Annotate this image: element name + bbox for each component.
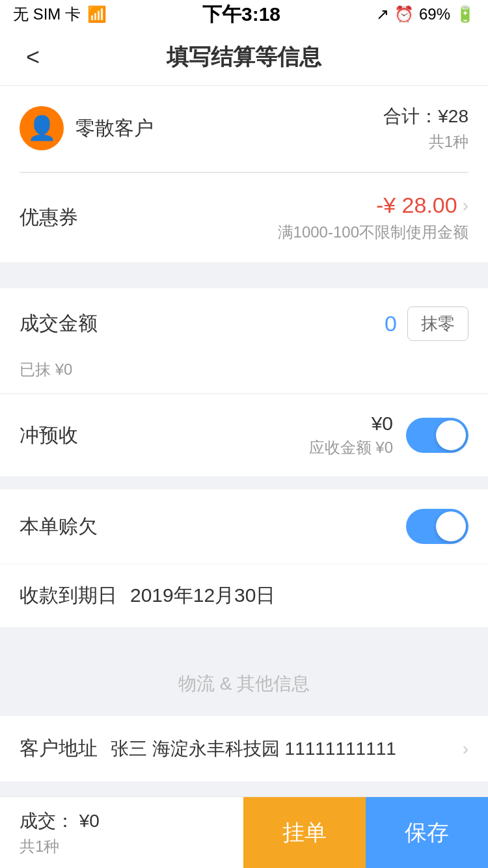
status-left: 无 SIM 卡 📶 (13, 4, 107, 25)
advance-right: ¥0 应收金额 ¥0 (309, 413, 468, 458)
address-chevron-icon: › (463, 739, 468, 759)
due-date-value: 2019年12月30日 (130, 582, 275, 609)
deal-amount-label: 成交金额 (20, 310, 98, 337)
coupon-right: -¥ 28.00 › 满1000-100不限制使用金额 (278, 193, 468, 243)
due-date-row: 收款到期日 2019年12月30日 (0, 563, 488, 627)
round-zero-button[interactable]: 抹零 (407, 306, 468, 341)
pending-button[interactable]: 挂单 (243, 797, 366, 868)
due-date-label: 收款到期日 (20, 582, 117, 609)
status-bar: 无 SIM 卡 📶 下午3:18 ↗ ⏰ 69% 🔋 (0, 0, 488, 29)
gap-2 (0, 476, 488, 489)
advance-label: 冲预收 (20, 422, 78, 449)
coupon-subtext: 满1000-100不限制使用金额 (278, 222, 468, 243)
gap-1 (0, 275, 488, 288)
customer-count: 共1种 (383, 131, 468, 152)
credit-section: 本单赊欠 收款到期日 2019年12月30日 (0, 489, 488, 627)
advance-subtext: 应收金额 ¥0 (309, 437, 393, 458)
credit-toggle[interactable] (406, 509, 468, 544)
customer-row: 👤 零散客户 合计：¥28 共1种 (0, 86, 488, 170)
credit-row: 本单赊欠 (0, 489, 488, 563)
battery-label: 69% (419, 5, 450, 23)
address-label: 客户地址 (20, 735, 98, 762)
gap-3 (0, 640, 488, 653)
deal-amount-row: 成交金额 0 抹零 (0, 288, 488, 359)
coupon-row[interactable]: 优惠券 -¥ 28.00 › 满1000-100不限制使用金额 (0, 173, 488, 262)
bottom-bar: 成交： ¥0 共1种 挂单 保存 (0, 796, 488, 868)
bottom-info: 成交： ¥0 共1种 (0, 797, 243, 868)
location-icon: ↗ (376, 5, 389, 23)
coupon-value: -¥ 28.00 (376, 193, 457, 218)
address-section: 客户地址 张三 海淀永丰科技园 11111111111 › (0, 714, 488, 783)
customer-name: 零散客户 (75, 115, 154, 142)
battery-icon: 🔋 (455, 5, 475, 23)
alarm-icon: ⏰ (394, 5, 414, 23)
nav-bar: < 填写结算等信息 (0, 29, 488, 86)
save-button[interactable]: 保存 (366, 797, 488, 868)
status-right: ↗ ⏰ 69% 🔋 (376, 5, 475, 23)
avatar-icon: 👤 (27, 115, 57, 142)
advance-toggle[interactable] (406, 418, 468, 453)
advance-value: ¥0 (309, 413, 393, 435)
status-time: 下午3:18 (202, 1, 280, 28)
coupon-chevron-icon: › (463, 195, 468, 216)
bottom-count-label: 共1种 (20, 836, 224, 857)
customer-avatar: 👤 (20, 106, 64, 150)
customer-total: 合计：¥28 (383, 104, 468, 129)
deal-section: 成交金额 0 抹零 已抹 ¥0 冲预收 ¥0 应收金额 ¥0 (0, 288, 488, 476)
customer-summary: 合计：¥28 共1种 (383, 104, 468, 152)
advance-amounts: ¥0 应收金额 ¥0 (309, 413, 393, 458)
address-value: 张三 海淀永丰科技园 11111111111 (111, 737, 463, 761)
deal-input-area: 0 抹零 (385, 306, 468, 341)
coupon-label: 优惠券 (20, 204, 78, 231)
address-row[interactable]: 客户地址 张三 海淀永丰科技园 11111111111 › (0, 716, 488, 781)
customer-info: 👤 零散客户 (20, 106, 154, 150)
main-content: 👤 零散客户 合计：¥28 共1种 优惠券 -¥ 28.00 › 满1000-1… (0, 86, 488, 868)
customer-section: 👤 零散客户 合计：¥28 共1种 优惠券 -¥ 28.00 › 满1000-1… (0, 86, 488, 262)
deal-value[interactable]: 0 (385, 311, 397, 336)
back-button[interactable]: < (20, 37, 46, 77)
logistics-title: 物流 & 其他信息 (178, 673, 310, 694)
bottom-deal-label: 成交： ¥0 (20, 809, 224, 834)
advance-row: 冲预收 ¥0 应收金额 ¥0 (0, 394, 488, 476)
credit-label: 本单赊欠 (20, 513, 98, 540)
deal-subtext: 已抹 ¥0 (0, 359, 488, 393)
divider-4 (0, 781, 488, 783)
page-title: 填写结算等信息 (167, 42, 321, 72)
sim-label: 无 SIM 卡 (13, 4, 81, 25)
logistics-header: 物流 & 其他信息 (0, 653, 488, 714)
wifi-icon: 📶 (87, 5, 107, 23)
